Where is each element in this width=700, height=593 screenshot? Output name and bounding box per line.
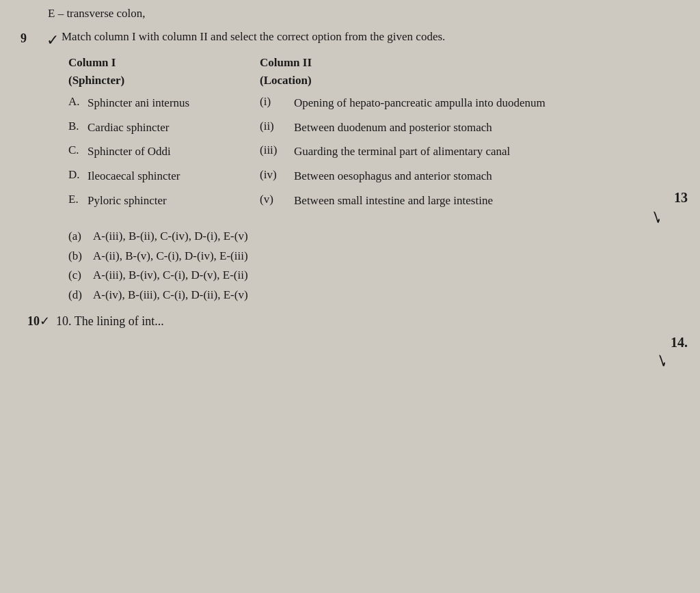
bottom-number: 10 (27, 314, 40, 328)
question-number-9: 9 (21, 30, 46, 46)
checkmark-9: ✓ (46, 31, 62, 49)
columns-container: Column I (Sphincter) A. Sphincter ani in… (62, 55, 679, 217)
column-i-subheader: (Sphincter) (68, 73, 260, 88)
top-partial-text: E – transverse colon, (21, 7, 679, 20)
option-b-letter: (b) (68, 248, 93, 264)
col-i-text-e: Pyloric sphincter (88, 193, 224, 209)
col-i-row-e: E. Pyloric sphincter (68, 193, 260, 209)
col-ii-row-ii: (ii) Between duodenum and posterior stom… (260, 120, 679, 136)
option-a: (a) A-(iii), B-(ii), C-(iv), D-(i), E-(v… (68, 228, 679, 245)
col-i-letter-c: C. (68, 143, 88, 157)
question-9-content: Match column I with column II and select… (62, 29, 679, 307)
question-9: 9 ✓ Match column I with column II and se… (21, 29, 679, 307)
option-d-letter: (d) (68, 287, 93, 303)
col-ii-roman-iii: (iii) (260, 143, 294, 157)
column-ii-header: Column II (260, 55, 679, 70)
col-ii-text-ii: Between duodenum and posterior stomach (294, 120, 679, 136)
column-i-header: Column I (68, 55, 260, 70)
options-block: (a) A-(iii), B-(ii), C-(iv), D-(i), E-(v… (62, 228, 679, 303)
col-ii-roman-iv: (iv) (260, 168, 294, 182)
col-i-text-d: Ileocaecal sphincter (88, 168, 224, 184)
bottom-partial-content: 10. The lining of int... (56, 314, 164, 328)
col-i-letter-d: D. (68, 168, 88, 182)
option-d-text: A-(iv), B-(iii), C-(i), D-(ii), E-(v) (93, 287, 248, 303)
option-a-text: A-(iii), B-(ii), C-(iv), D-(i), E-(v) (93, 228, 248, 245)
column-ii: Column II (Location) (i) Opening of hepa… (260, 55, 679, 217)
col-i-letter-e: E. (68, 193, 88, 206)
col-ii-text-i: Opening of hepato-pancreatic ampulla int… (294, 95, 679, 111)
col-i-row-d: D. Ileocaecal sphincter (68, 168, 260, 184)
option-d: (d) A-(iv), B-(iii), C-(i), D-(ii), E-(v… (68, 287, 679, 303)
col-i-row-a: A. Sphincter ani internus (68, 95, 260, 111)
column-ii-subheader: (Location) (260, 73, 679, 88)
col-ii-text-iii: Guarding the terminal part of alimentary… (294, 143, 679, 160)
col-ii-row-iv: (iv) Between oesophagus and anterior sto… (260, 168, 679, 184)
col-ii-row-i: (i) Opening of hepato-pancreatic ampulla… (260, 95, 679, 111)
side-number-13: 13 (674, 190, 688, 206)
col-ii-roman-v: (v) (260, 193, 294, 206)
option-c: (c) A-(iii), B-(iv), C-(i), D-(v), E-(ii… (68, 267, 679, 284)
checkmark-10: ✓ (40, 314, 50, 328)
col-i-row-c: C. Sphincter of Oddi (68, 143, 260, 160)
col-ii-row-v: (v) Between small intestine and large in… (260, 193, 679, 209)
option-c-text: A-(iii), B-(iv), C-(i), D-(v), E-(ii) (93, 267, 248, 284)
option-b-text: A-(ii), B-(v), C-(i), D-(iv), E-(iii) (93, 248, 248, 264)
col-i-row-b: B. Cardiac sphincter (68, 120, 260, 136)
question-9-text: Match column I with column II and select… (62, 29, 679, 46)
option-b: (b) A-(ii), B-(v), C-(i), D-(iv), E-(iii… (68, 248, 679, 264)
bottom-partial-text: 10✓ 10. The lining of int... (21, 314, 679, 329)
col-ii-text-iv: Between oesophagus and anterior stomach (294, 168, 679, 184)
checkmark-14: ✓ (656, 348, 669, 373)
col-ii-roman-i: (i) (260, 95, 294, 109)
col-i-letter-a: A. (68, 95, 88, 109)
side-number-14: 14. (671, 335, 688, 350)
option-a-letter: (a) (68, 228, 93, 245)
col-i-text-b: Cardiac sphincter (88, 120, 224, 136)
page: E – transverse colon, 9 ✓ Match column I… (0, 0, 700, 593)
col-ii-roman-ii: (ii) (260, 120, 294, 133)
col-i-text-a: Sphincter ani internus (88, 95, 224, 111)
col-i-text-c: Sphincter of Oddi (88, 143, 224, 160)
option-c-letter: (c) (68, 267, 93, 284)
col-i-letter-b: B. (68, 120, 88, 133)
col-ii-row-iii: (iii) Guarding the terminal part of alim… (260, 143, 679, 160)
column-i: Column I (Sphincter) A. Sphincter ani in… (68, 55, 260, 217)
col-ii-text-v: Between small intestine and large intest… (294, 193, 679, 209)
